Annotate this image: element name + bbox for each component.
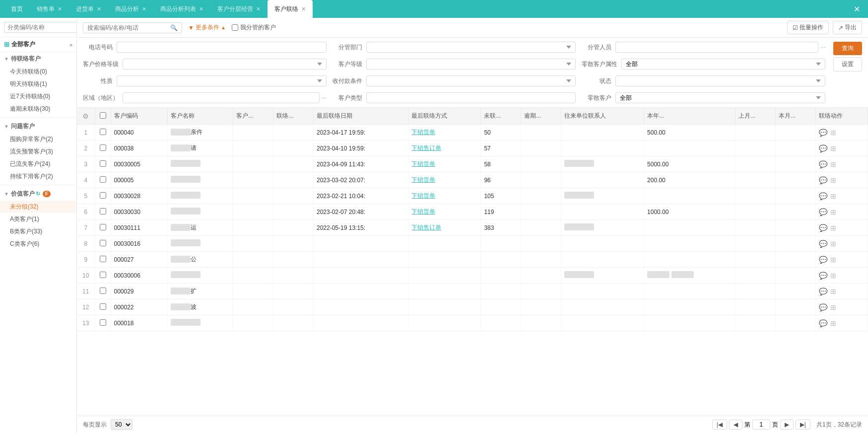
batch-operation-btn[interactable]: ☑ 批量操作 [787,21,829,34]
chat-icon[interactable]: 💬 [819,240,827,248]
table-cell[interactable]: 下销售订单 [408,141,481,156]
table-row[interactable]: 3000300052023-04-09 11:43:下销货单585000.00 … [77,156,868,172]
row-checkbox[interactable] [100,176,106,183]
sidebar-group-problem[interactable]: ▼ 问题客户 [0,120,76,133]
retail-customer-select[interactable]: 全部 [615,92,825,103]
gender-select[interactable] [117,75,327,86]
row-checkbox-cell[interactable] [95,284,111,299]
th-contact[interactable]: 联络... [273,108,314,125]
manager-input[interactable] [615,42,818,53]
row-checkbox-cell[interactable] [95,268,111,284]
th-no-contact[interactable]: 未联... [481,108,521,125]
sidebar-item-overdue[interactable]: 逾期未联络(30) [0,103,76,115]
query-button[interactable]: 查询 [833,42,862,55]
row-checkbox[interactable] [100,208,106,215]
qr-icon[interactable]: ⊞ [830,144,836,152]
chat-icon[interactable]: 💬 [819,160,827,168]
phone-input[interactable] [117,42,327,53]
sidebar-item-tomorrow[interactable]: 明天待联络(1) [0,78,76,90]
th-last-date[interactable]: 最后联络日期 [314,108,408,125]
chat-icon[interactable]: 💬 [819,144,827,152]
export-btn[interactable]: ↗ 导出 [833,21,862,34]
table-row[interactable]: 5000300282023-02-21 10:04:下销货单105 💬 ⊞ [77,188,868,204]
row-checkbox[interactable] [100,288,106,294]
sidebar-item-class-b[interactable]: B类客户(33) [0,225,76,238]
tab-customer-segment[interactable]: 客户分层经营 ✕ [210,0,267,18]
next-page-btn[interactable]: ▶ [780,420,794,430]
last-page-btn[interactable]: ▶| [796,420,810,430]
row-checkbox-cell[interactable] [95,156,111,172]
row-checkbox[interactable] [100,160,106,167]
th-settings[interactable]: ⚙ [77,108,95,125]
tab-analysis[interactable]: 商品分析 ✕ [108,0,153,18]
prev-page-btn[interactable]: ◀ [729,420,742,430]
qr-icon[interactable]: ⊞ [830,240,836,248]
row-checkbox[interactable] [100,129,106,135]
chat-icon[interactable]: 💬 [819,256,827,264]
qr-icon[interactable]: ⊞ [830,224,836,232]
table-row[interactable]: 9000027●●公 💬 ⊞ [77,252,868,268]
qr-icon[interactable]: ⊞ [830,272,836,280]
tab-customer-segment-close[interactable]: ✕ [256,6,261,12]
row-checkbox[interactable] [100,303,106,310]
sidebar-item-class-a[interactable]: A类客户(1) [0,213,76,225]
table-row[interactable]: 6000300302023-02-07 20:48:下销货单1191000.00… [77,204,868,220]
row-checkbox-cell[interactable] [95,188,111,204]
payment-select[interactable] [366,75,576,86]
chat-icon[interactable]: 💬 [819,176,827,184]
row-checkbox[interactable] [100,144,106,151]
table-row[interactable]: 11000029●●扩 💬 ⊞ [77,284,868,299]
search-icon-main[interactable]: 🔍 [170,24,178,31]
table-cell[interactable]: 下销货单 [408,156,481,172]
row-checkbox-cell[interactable] [95,204,111,220]
th-name[interactable]: 客户名称 [167,108,233,125]
my-customers-checkbox-label[interactable]: 我分管的客户 [232,23,276,32]
settings-icon[interactable]: ⚙ [82,112,89,120]
customer-level-select[interactable] [366,59,576,70]
sidebar-group-pending[interactable]: ▼ 待联络客户 [0,52,76,66]
page-number-input[interactable] [752,420,770,430]
row-checkbox[interactable] [100,272,106,278]
chat-icon[interactable]: 💬 [819,319,827,327]
status-select[interactable] [615,75,825,86]
tab-analysis-list-close[interactable]: ✕ [199,6,203,12]
row-checkbox-cell[interactable] [95,252,111,268]
sidebar-item-7days[interactable]: 近7天待联络(0) [0,90,76,103]
table-row[interactable]: 800030016 💬 ⊞ [77,236,868,252]
chat-icon[interactable]: 💬 [819,288,827,295]
table-row[interactable]: 1000040●●亲仵2023-04-17 19:59:下销货单50500.00… [77,125,868,141]
row-checkbox-cell[interactable] [95,172,111,188]
table-cell[interactable]: 下销货单 [408,172,481,188]
th-this-month[interactable]: 本月... [776,108,816,125]
th-code[interactable]: 客户编码 [111,108,167,125]
table-row[interactable]: 1000030006 💬 ⊞ [77,268,868,284]
qr-icon[interactable]: ⊞ [830,192,836,200]
customer-type-input[interactable] [366,92,576,103]
qr-icon[interactable]: ⊞ [830,288,836,295]
value-refresh-icon[interactable]: ↻ [36,191,40,197]
price-level-select[interactable] [123,59,327,70]
chat-icon[interactable]: 💬 [819,208,827,216]
region-input[interactable] [123,92,320,103]
qr-icon[interactable]: ⊞ [830,303,836,311]
sidebar-item-class-c[interactable]: C类客户(6) [0,238,76,250]
chat-icon[interactable]: 💬 [819,224,827,232]
window-close-button[interactable]: ✕ [850,4,864,14]
row-checkbox[interactable] [100,224,106,230]
qr-icon[interactable]: ⊞ [830,129,836,137]
sidebar-item-churned[interactable]: 已流失客户(24) [0,158,76,170]
qr-icon[interactable]: ⊞ [830,256,836,264]
reset-button[interactable]: 设置 [833,57,862,72]
table-row[interactable]: 40000052023-03-02 20:07:下销货单96200.00 💬 ⊞ [77,172,868,188]
row-checkbox-cell[interactable] [95,220,111,236]
sidebar-search-input[interactable] [4,22,77,33]
sidebar-all-customers[interactable]: ⊞ 全部客户 « [0,37,76,52]
retail-attr-select[interactable]: 全部 [621,59,825,70]
sidebar-item-churn-warning[interactable]: 流失预警客户(3) [0,145,76,158]
row-checkbox[interactable] [100,256,106,262]
tab-analysis-close[interactable]: ✕ [142,6,146,12]
row-checkbox-cell[interactable] [95,141,111,156]
main-search-input[interactable] [87,24,170,31]
sidebar-item-abnormal[interactable]: 囤购异常客户(2) [0,133,76,145]
qr-icon[interactable]: ⊞ [830,208,836,216]
